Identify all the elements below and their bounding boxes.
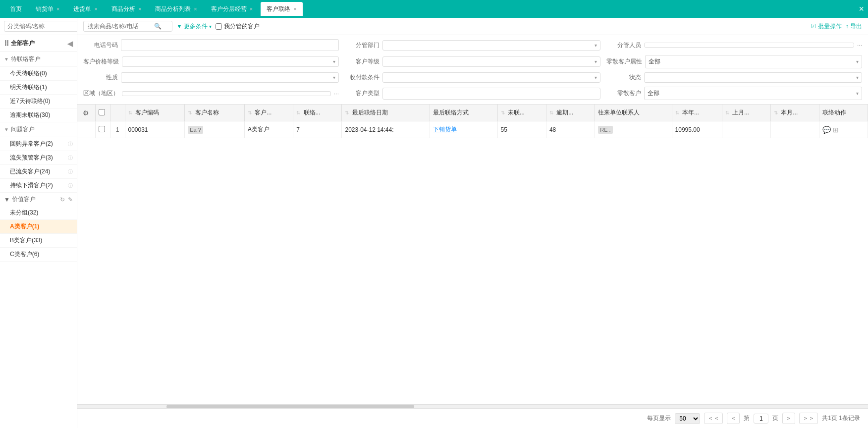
last-month-col-header[interactable]: ⇅ 上月... [722, 105, 770, 121]
sidebar-item-tomorrow[interactable]: 明天待联络(1) [0, 81, 77, 95]
overdue-label: 逾期未联络(30) [10, 111, 50, 119]
customer-type-input[interactable] [382, 88, 600, 100]
filter-search-input[interactable] [88, 23, 152, 30]
sales-label: 销货单 [36, 5, 54, 13]
sidebar-item-churned[interactable]: 已流失客户(24) ⓘ [0, 165, 77, 179]
region-select[interactable] [122, 91, 331, 96]
retail-customer-select[interactable]: 全部 ▾ [644, 87, 862, 100]
code-col-header[interactable]: ⇅ 客户编码 [125, 105, 185, 121]
grid-icon: ⠿ [4, 40, 9, 48]
row-last-method[interactable]: 下销货单 [433, 126, 457, 133]
payment-select[interactable]: ▾ [382, 72, 600, 83]
sidebar-item-class-a[interactable]: A类客户(1) [0, 220, 77, 234]
grid-action-icon[interactable]: ⊞ [833, 126, 839, 134]
churned-label: 已流失客户(24) [10, 167, 50, 176]
nav-tab-purchase[interactable]: 进货单 × [67, 2, 103, 16]
filter-customer-level-row: 客户等级 ▾ [345, 55, 600, 68]
no-contact-col-header[interactable]: ⇅ 未联... [497, 105, 546, 121]
sidebar-collapse-icon[interactable]: ◀ [67, 40, 73, 48]
sidebar-item-declining[interactable]: 持续下滑客户(2) ⓘ [0, 179, 77, 193]
filter-dept-row: 分管部门 ▾ [345, 39, 600, 51]
close-goods-analysis-list-icon[interactable]: × [194, 6, 197, 12]
sidebar-item-class-b[interactable]: B类客户(33) [0, 234, 77, 248]
select-all-checkbox[interactable] [99, 109, 105, 115]
region-dots-icon[interactable]: ··· [334, 90, 339, 97]
filter-search-icon[interactable]: 🔍 [154, 23, 162, 30]
sidebar-item-unclassified[interactable]: 未分组(32) [0, 206, 77, 220]
row-code-cell[interactable]: 000031 [125, 121, 185, 138]
row-last-method-cell[interactable]: 下销货单 [430, 121, 497, 138]
checkbox-col-header[interactable] [95, 105, 110, 121]
first-page-button[interactable]: ＜＜ [704, 413, 723, 424]
nature-select[interactable]: ▾ [121, 72, 339, 83]
sidebar-problem-group[interactable]: ▼ 问题客户 [0, 122, 77, 137]
nav-tab-customer-segment[interactable]: 客户分层经营 × [205, 2, 259, 16]
sidebar-search-input[interactable] [4, 21, 77, 32]
close-customer-segment-icon[interactable]: × [250, 6, 253, 12]
nav-tab-goods-analysis[interactable]: 商品分析 × [106, 2, 147, 16]
filter-bar: 🔍 ▼ 更多条件 ▾ 我分管的客户 ☑ 批量操作 ↑ 导出 [77, 18, 868, 35]
row-checkbox[interactable] [99, 126, 105, 132]
sidebar-item-churn-warning[interactable]: 流失预警客户(3) ⓘ [0, 151, 77, 165]
sidebar-item-today[interactable]: 今天待联络(0) [0, 67, 77, 81]
sidebar-pending-group[interactable]: ▼ 待联络客户 [0, 52, 77, 67]
all-customers-title: ⠿ 全部客户 [4, 39, 35, 48]
prev-page-button[interactable]: ＜ [727, 413, 740, 424]
settings-col-header[interactable]: ⚙ [77, 105, 95, 121]
row-name-cell[interactable]: Ea ? [185, 121, 245, 138]
manager-dots-icon[interactable]: ··· [857, 42, 862, 49]
retail-attr-value: 全部 [649, 57, 660, 66]
manager-select[interactable] [644, 43, 854, 48]
contact-col-header[interactable]: ⇅ 联络... [293, 105, 342, 121]
price-level-select[interactable]: ▾ [122, 56, 339, 67]
last-page-button[interactable]: ＞＞ [799, 413, 818, 424]
filter-more-button[interactable]: ▼ 更多条件 ▾ [176, 22, 212, 31]
nav-tab-home[interactable]: 首页 [4, 2, 28, 16]
close-sales-icon[interactable]: × [56, 6, 59, 12]
row-last-date: 2023-04-12 14:44: [345, 126, 393, 133]
filter-nature-row: 性质 ▾ [83, 72, 339, 83]
overdue-col-header[interactable]: ⇅ 逾期... [546, 105, 595, 121]
row-code: 000031 [128, 126, 148, 133]
batch-ops-button[interactable]: ☑ 批量操作 [811, 22, 841, 31]
sidebar-value-section-header[interactable]: ▼ 价值客户 ↻ ✎ [0, 193, 77, 206]
name-sort-icon: ⇅ [188, 110, 192, 115]
retail-customer-value: 全部 [648, 89, 659, 98]
my-customers-label: 我分管的客户 [224, 22, 260, 31]
last-date-col-header[interactable]: ⇅ 最后联络日期 [342, 105, 430, 121]
close-purchase-icon[interactable]: × [94, 6, 97, 12]
nav-tab-customer-contact[interactable]: 客户联络 × [261, 2, 302, 16]
nature-label: 性质 [83, 73, 118, 82]
sidebar-item-7days[interactable]: 近7天待联络(0) [0, 95, 77, 108]
edit-icon[interactable]: ✎ [68, 196, 73, 203]
unit-contact-col-header: 往来单位联系人 [595, 105, 672, 121]
nav-tab-goods-analysis-list[interactable]: 商品分析列表 × [149, 2, 203, 16]
retail-attr-select[interactable]: 全部 ▾ [645, 55, 862, 68]
dept-select[interactable]: ▾ [382, 40, 600, 51]
my-customers-checkbox-area[interactable]: 我分管的客户 [216, 22, 260, 31]
customer-level-select[interactable]: ▾ [382, 56, 600, 67]
close-all-tabs-button[interactable]: × [859, 4, 864, 14]
this-month-col-header[interactable]: ⇅ 本月... [770, 105, 819, 121]
close-goods-analysis-icon[interactable]: × [138, 6, 141, 12]
nav-tab-sales[interactable]: 销货单 × [30, 2, 65, 16]
next-page-button[interactable]: ＞ [782, 413, 795, 424]
page-number-input[interactable] [754, 414, 768, 424]
row-checkbox-cell[interactable] [95, 121, 110, 138]
gear-icon[interactable]: ⚙ [83, 109, 89, 117]
name-col-header[interactable]: ⇅ 客户名称 [185, 105, 245, 121]
sidebar-item-overdue[interactable]: 逾期未联络(30) [0, 108, 77, 122]
my-customers-checkbox[interactable] [216, 23, 222, 30]
sidebar-item-class-c[interactable]: C类客户(6) [0, 248, 77, 262]
phone-input[interactable] [121, 39, 339, 51]
refresh-icon[interactable]: ↻ [60, 196, 65, 203]
close-customer-contact-icon[interactable]: × [293, 6, 296, 12]
sidebar-item-repurchase-abnormal[interactable]: 回购异常客户(2) ⓘ [0, 137, 77, 151]
type-col-header[interactable]: ⇅ 客户... [244, 105, 293, 121]
status-select[interactable]: ▾ [644, 72, 862, 83]
horizontal-scrollbar[interactable] [77, 404, 868, 408]
per-page-select[interactable]: 50 100 200 [675, 413, 700, 424]
this-year-col-header[interactable]: ⇅ 本年... [672, 105, 722, 121]
chat-action-icon[interactable]: 💬 [822, 126, 831, 134]
export-button[interactable]: ↑ 导出 [846, 22, 862, 31]
